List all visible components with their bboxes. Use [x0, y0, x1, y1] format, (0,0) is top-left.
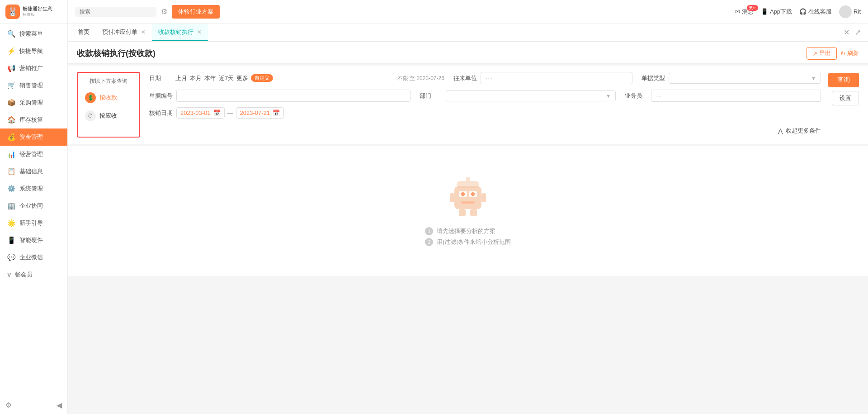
app-download-button[interactable]: 📱 App下载 — [761, 8, 792, 16]
sidebar-item-member[interactable]: V 畅会员 — [0, 266, 67, 283]
settings-button[interactable]: 设置 — [832, 91, 859, 105]
empty-hint-2: 2 用[过滤]条件来缩小分析范围 — [425, 238, 510, 246]
refresh-button[interactable]: ↻ 刷新 — [840, 49, 859, 57]
svg-point-4 — [471, 192, 475, 196]
filter-area: 按以下方案查询 💲 按收款 ⏱ 按应收 — [68, 66, 868, 144]
sidebar-item-hardware[interactable]: 📱 智能硬件 — [0, 232, 67, 249]
by-receivable-label: 按应收 — [99, 112, 117, 120]
filter-row-1: 日期 上月 本月 本年 近7天 更多 自定义 — [149, 72, 821, 84]
inventory-icon: 🏠 — [7, 116, 16, 124]
doc-no-field: 单据编号 — [149, 90, 410, 102]
doc-type-arrow: ▼ — [811, 76, 816, 81]
counterparty-select[interactable]: ··· — [481, 72, 633, 84]
user-profile[interactable]: Rit — [839, 5, 861, 18]
operations-icon: 📊 — [7, 150, 16, 158]
sidebar-label-basic: 基础信息 — [19, 167, 43, 176]
sidebar-collapse-icon[interactable]: ◀ — [57, 401, 62, 409]
staff-select[interactable]: ··· — [651, 90, 821, 102]
collapse-more-btn[interactable]: ⋀ 收起更多条件 — [149, 124, 821, 138]
last-7days-btn[interactable]: 近7天 — [219, 74, 234, 82]
collapse-label: 收起更多条件 — [786, 127, 821, 135]
tab-home-label: 首页 — [78, 28, 90, 36]
more-btn[interactable]: 更多 — [236, 74, 248, 82]
sidebar-item-purchase[interactable]: 📦 采购管理 — [0, 94, 67, 111]
sidebar-settings-icon[interactable]: ⚙ — [5, 401, 12, 409]
svg-rect-6 — [450, 193, 454, 202]
topbar-settings-icon[interactable]: ⚙ — [161, 7, 167, 16]
topbar-search-input[interactable] — [80, 9, 152, 15]
by-receivable-icon: ⏱ — [85, 110, 96, 121]
sidebar-item-inventory[interactable]: 🏠 库存核算 — [0, 111, 67, 128]
guide-icon: 🌟 — [7, 219, 16, 227]
by-receipt-icon: 💲 — [85, 92, 96, 103]
sidebar-item-guide[interactable]: 🌟 新手引导 — [0, 214, 67, 232]
tab-expand-icon[interactable]: ⤢ — [853, 26, 863, 38]
sidebar-item-system[interactable]: ⚙️ 系统管理 — [0, 180, 67, 197]
hint-text-1: 请先选择要分析的方案 — [437, 227, 495, 235]
export-button[interactable]: ↗ 导出 — [807, 47, 837, 60]
this-year-btn[interactable]: 本年 — [204, 74, 216, 82]
svg-rect-10 — [457, 181, 479, 188]
sidebar-label-search: 搜索菜单 — [19, 30, 43, 38]
hint-num-2: 2 — [425, 238, 433, 246]
finance-icon: 💰 — [7, 133, 16, 141]
topbar: ⚙ 体验行业方案 ✉ 消息 99+ 📱 App下载 🎧 在线客服 Rit — [68, 0, 868, 24]
date-label: 日期 — [149, 74, 172, 82]
filter-sidebar-title: 按以下方案查询 — [81, 77, 136, 85]
filter-option-by-receivable[interactable]: ⏱ 按应收 — [81, 108, 136, 124]
purchase-icon: 📦 — [7, 99, 16, 107]
tab-receipt-close[interactable]: ✕ — [197, 29, 202, 35]
empty-hints: 1 请先选择要分析的方案 2 用[过滤]条件来缩小分析范围 — [425, 227, 510, 249]
sidebar-item-operations[interactable]: 📊 经营管理 — [0, 146, 67, 163]
sales-icon: 🛒 — [7, 81, 16, 90]
export-icon: ↗ — [812, 50, 817, 57]
sidebar-label-operations: 经营管理 — [19, 150, 43, 158]
corp-icon: 🏢 — [7, 202, 16, 210]
online-service-button[interactable]: 🎧 在线客服 — [799, 8, 832, 16]
verify-date-end[interactable]: 2023-07-21 📅 — [236, 107, 284, 119]
sidebar-item-basic[interactable]: 📋 基础信息 — [0, 163, 67, 180]
tab-prepay-close[interactable]: ✕ — [141, 29, 146, 35]
hardware-icon: 📱 — [7, 236, 16, 244]
tab-receipt-verify[interactable]: 收款核销执行 ✕ — [152, 24, 208, 41]
message-button[interactable]: ✉ 消息 99+ — [735, 8, 754, 16]
verify-date-start[interactable]: 2023-03-01 📅 — [176, 107, 225, 119]
svg-rect-0 — [454, 186, 481, 209]
query-button[interactable]: 查询 — [828, 73, 859, 87]
sidebar-nav: 🔍 搜索菜单 ⚡ 快捷导航 📢 营销推广 🛒 销售管理 📦 采购管理 🏠 库存核… — [0, 24, 67, 396]
wechat-icon: 💬 — [7, 253, 16, 262]
sidebar-item-marketing[interactable]: 📢 营销推广 — [0, 60, 67, 77]
sidebar-footer: ⚙ ◀ — [0, 396, 67, 414]
dept-label: 部门 — [420, 92, 442, 100]
page-title: 收款核销执行(按收款) — [77, 48, 156, 59]
sidebar-item-wechat[interactable]: 💬 企业微信 — [0, 249, 67, 266]
custom-date-badge[interactable]: 自定义 — [251, 74, 273, 82]
message-badge: 99+ — [747, 5, 758, 11]
sidebar: 🐰 畅捷通好生意 标准版 🔍 搜索菜单 ⚡ 快捷导航 📢 营销推广 🛒 销售管理… — [0, 0, 68, 414]
filter-form: 日期 上月 本月 本年 近7天 更多 自定义 — [149, 72, 859, 138]
date-hint: 不限 至 2023-07-26 — [397, 75, 444, 82]
counterparty-field: 往来单位 ··· — [453, 72, 633, 84]
calendar-end-icon: 📅 — [273, 109, 280, 116]
sidebar-label-quick-nav: 快捷导航 — [19, 47, 43, 55]
tab-prepay[interactable]: 预付冲应付单 ✕ — [96, 24, 152, 41]
solution-button[interactable]: 体验行业方案 — [172, 5, 220, 19]
topbar-search-area[interactable] — [75, 7, 156, 17]
sidebar-item-sales[interactable]: 🛒 销售管理 — [0, 77, 67, 94]
sidebar-item-finance[interactable]: 💰 资金管理 — [0, 128, 67, 146]
this-month-btn[interactable]: 本月 — [190, 74, 202, 82]
tab-home[interactable]: 首页 — [71, 24, 96, 41]
system-icon: ⚙️ — [7, 185, 16, 193]
sidebar-item-corp[interactable]: 🏢 企业协同 — [0, 197, 67, 214]
tab-receipt-label: 收款核销执行 — [158, 28, 193, 36]
doc-no-input[interactable] — [176, 90, 410, 102]
sidebar-item-quick-nav[interactable]: ⚡ 快捷导航 — [0, 43, 67, 60]
marketing-icon: 📢 — [7, 64, 16, 72]
sidebar-item-search[interactable]: 🔍 搜索菜单 — [0, 25, 67, 43]
filter-option-by-receipt[interactable]: 💲 按收款 — [81, 90, 136, 106]
doc-type-select[interactable]: ▼ — [669, 73, 821, 84]
tab-close-all-icon[interactable]: ✕ — [842, 26, 851, 38]
last-month-btn[interactable]: 上月 — [175, 74, 187, 82]
app-download-label: App下载 — [770, 8, 792, 16]
dept-select[interactable]: ▼ — [446, 90, 616, 101]
